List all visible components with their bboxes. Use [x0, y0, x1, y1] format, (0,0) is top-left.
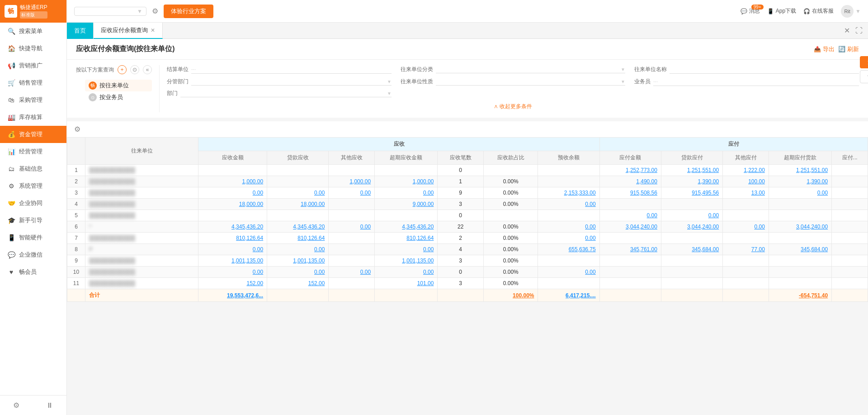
table-cell[interactable]: 1,001,135.00 [198, 255, 267, 267]
table-cell[interactable]: 77.00 [723, 244, 769, 255]
sidebar-item-hardware[interactable]: 📱 智能硬件 [0, 229, 66, 246]
sidebar-item-wechat[interactable]: 💬 企业微信 [0, 246, 66, 263]
sidebar-item-purchase[interactable]: 🛍 采购管理 [0, 91, 66, 109]
filter-add-btn[interactable]: + [118, 65, 127, 74]
solution-button[interactable]: 体验行业方案 [164, 5, 213, 18]
table-cell[interactable]: 0.00 [375, 187, 438, 199]
settlement-input[interactable]: ··· [191, 65, 392, 74]
table-cell[interactable]: 0.00 [329, 221, 375, 233]
table-cell[interactable]: 345,684.00 [769, 244, 831, 255]
table-cell[interactable]: 9,000.00 [375, 199, 438, 210]
table-cell[interactable]: 18,000.00 [198, 199, 267, 210]
search-input[interactable] [78, 8, 137, 14]
subfilter-by-partner[interactable]: 畅 按往来单位 [85, 80, 152, 91]
sidebar-item-shortcut[interactable]: 🏠 快捷导航 [0, 40, 66, 57]
table-cell[interactable]: 152.00 [198, 278, 267, 289]
tab-home[interactable]: 首页 [67, 23, 94, 39]
dept-input[interactable]: ▼ [180, 90, 392, 97]
table-cell[interactable]: 0.00 [538, 199, 599, 210]
messages-btn[interactable]: 💬 消息 99+ [741, 7, 760, 15]
table-cell[interactable]: 4,345,436.20 [375, 221, 438, 233]
topbar-search-box[interactable]: ▼ [74, 7, 146, 16]
table-cell[interactable]: 1,390.00 [769, 176, 831, 187]
table-cell[interactable]: 0.00 [769, 187, 831, 199]
table-cell[interactable]: 18,000.00 [267, 199, 329, 210]
table-cell[interactable]: 0.00 [329, 267, 375, 278]
table-cell[interactable]: 810,126.64 [267, 233, 329, 244]
refresh-btn[interactable]: 🔄 刷新 [838, 45, 859, 53]
table-settings-icon[interactable]: ⚙ [74, 125, 80, 134]
table-cell[interactable]: 3,044,240.00 [599, 221, 661, 233]
table-cell[interactable]: 1,251,551.00 [769, 165, 831, 176]
table-cell[interactable]: 0.00 [538, 233, 599, 244]
partner-name-input[interactable] [670, 65, 859, 74]
sidebar-item-operations[interactable]: 📊 经营管理 [0, 143, 66, 160]
table-cell[interactable]: 0.00 [198, 187, 267, 199]
tab-receivable[interactable]: 应收应付余额查询 ✕ [94, 23, 163, 39]
table-cell[interactable]: 3,044,240.00 [769, 221, 831, 233]
sidebar-item-collab[interactable]: 🤝 企业协同 [0, 195, 66, 212]
sidebar-item-system[interactable]: ⚙ 系统管理 [0, 177, 66, 195]
filter-collapse-btn[interactable]: ∧ 收起更多条件 [167, 101, 859, 112]
table-cell[interactable]: 1,490.00 [599, 176, 661, 187]
table-cell[interactable]: 1,222.00 [723, 165, 769, 176]
table-cell[interactable]: 4,345,436.20 [198, 221, 267, 233]
table-cell[interactable]: 0.00 [661, 210, 722, 221]
sidebar-item-member[interactable]: ♥ 畅会员 [0, 263, 66, 281]
settings-button[interactable]: 设置 [860, 70, 868, 83]
table-cell[interactable]: 0.00 [375, 267, 438, 278]
sidebar-item-inventory[interactable]: 🏭 库存核算 [0, 109, 66, 126]
table-cell[interactable]: 655,636.75 [538, 244, 599, 255]
footer-overdue-payable[interactable]: -654,751.40 [769, 289, 831, 302]
partner-type-input[interactable]: ▼ [436, 66, 625, 73]
table-cell[interactable]: 915,495.56 [661, 187, 722, 199]
table-cell[interactable]: 0.00 [375, 244, 438, 255]
table-cell[interactable]: 0.00 [198, 267, 267, 278]
table-cell[interactable]: 0.00 [267, 187, 329, 199]
table-cell[interactable]: 4,345,436.20 [267, 221, 329, 233]
table-cell[interactable]: 1,000.00 [375, 176, 438, 187]
tab-close-icon[interactable]: ✕ [151, 27, 155, 33]
table-cell[interactable]: 1,001,135.00 [375, 255, 438, 267]
table-cell[interactable]: 345,684.00 [661, 244, 722, 255]
table-cell[interactable]: 0.00 [723, 221, 769, 233]
table-cell[interactable]: 13.00 [723, 187, 769, 199]
topbar-gear-icon[interactable]: ⚙ [152, 7, 158, 15]
table-cell[interactable]: 1,001,135.00 [267, 255, 329, 267]
table-cell[interactable]: 810,126.64 [198, 233, 267, 244]
table-cell[interactable]: 101.00 [375, 278, 438, 289]
sidebar-item-search[interactable]: 🔍 搜索菜单 [0, 23, 66, 40]
dept-manager-input[interactable]: ▼ [191, 78, 392, 86]
table-scroll[interactable]: 往来单位 应收 应付 应收金额 贷款应收 其他应收 超期应收金额 应收笔数 应收… [67, 137, 868, 302]
query-button[interactable]: 查询 [860, 56, 868, 68]
user-area[interactable]: Rit ▼ [841, 5, 861, 18]
table-cell[interactable]: 0.00 [329, 187, 375, 199]
app-download-btn[interactable]: 📱 App下载 [767, 7, 796, 15]
close-window-btn[interactable]: ✕ [842, 26, 852, 35]
footer-prepaid-balance[interactable]: 6,417,215.... [538, 289, 599, 302]
table-cell[interactable]: 152.00 [267, 278, 329, 289]
export-btn[interactable]: 📤 导出 [814, 45, 835, 53]
table-cell[interactable]: 0.00 [599, 210, 661, 221]
table-cell[interactable]: 1,390.00 [661, 176, 722, 187]
table-cell[interactable]: 0.00 [538, 221, 599, 233]
partner-nature-input[interactable]: ▼ [436, 78, 625, 86]
subfilter-by-salesman[interactable]: ⊙ 按业务员 [85, 91, 152, 103]
sidebar-item-sales[interactable]: 🛒 销售管理 [0, 74, 66, 91]
table-cell[interactable]: 0.00 [267, 267, 329, 278]
filter-collapse-icon[interactable]: « [143, 65, 152, 74]
table-cell[interactable]: 0.00 [267, 244, 329, 255]
settings-bottom-btn[interactable]: ⚙ [9, 399, 23, 411]
footer-receivable-amount[interactable]: 19,553,472,6... [198, 289, 267, 302]
collapse-sidebar-btn[interactable]: ⏸ [42, 400, 57, 411]
filter-settings-icon[interactable]: ⊙ [130, 65, 139, 74]
table-cell[interactable]: 1,252,773.00 [599, 165, 661, 176]
sidebar-item-capital[interactable]: 💰 资金管理 [0, 126, 66, 143]
table-cell[interactable]: 2,153,333.00 [538, 187, 599, 199]
table-cell[interactable]: 100.00 [723, 176, 769, 187]
table-cell[interactable]: 0.00 [198, 244, 267, 255]
table-cell[interactable]: 345,761.00 [599, 244, 661, 255]
table-cell[interactable]: 810,126.64 [375, 233, 438, 244]
online-service-btn[interactable]: 🎧 在线客服 [803, 7, 834, 15]
salesman-input[interactable]: ··· [653, 77, 859, 86]
